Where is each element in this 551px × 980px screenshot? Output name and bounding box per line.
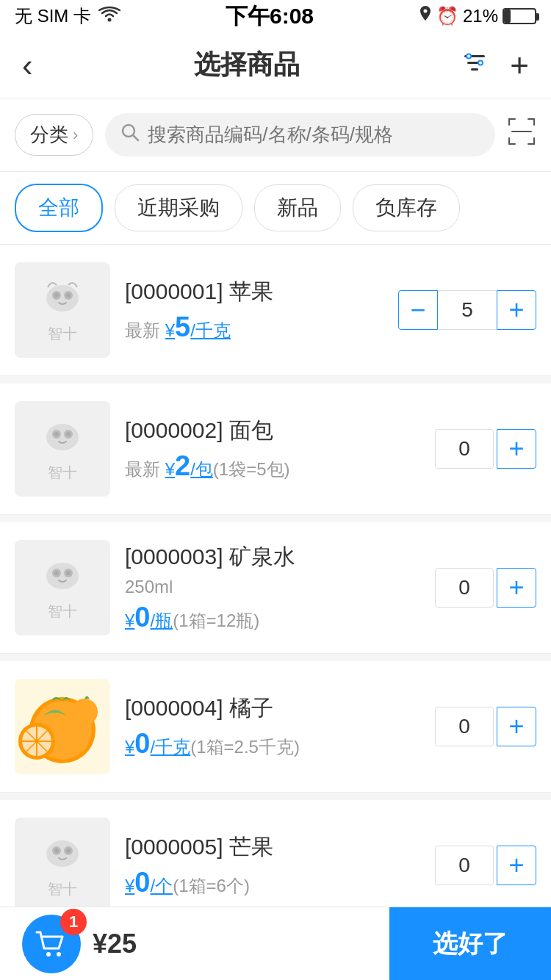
cart-area: 1 ¥25	[0, 915, 389, 973]
product-name: [0000003] 矿泉水	[125, 542, 420, 572]
svg-rect-16	[511, 131, 532, 132]
quantity-input[interactable]	[435, 707, 494, 746]
carrier-text: 无 SIM 卡	[15, 4, 91, 28]
page-title: 选择商品	[194, 47, 300, 83]
product-thumbnail	[15, 679, 110, 774]
owl-placeholder: 智十	[15, 262, 110, 358]
quantity-input[interactable]	[438, 290, 497, 330]
search-icon	[120, 122, 140, 148]
battery-icon	[503, 8, 536, 24]
svg-rect-15	[533, 137, 535, 145]
product-info: [0000001] 苹果 最新 ¥5/千克	[125, 277, 383, 343]
quantity-control: − +	[398, 290, 536, 330]
bottom-bar: 1 ¥25 选好了	[0, 907, 551, 980]
svg-point-25	[54, 432, 59, 436]
category-button[interactable]: 分类 ›	[15, 114, 93, 156]
quantity-increase-button[interactable]: +	[497, 568, 536, 608]
brand-label: 智十	[48, 324, 77, 344]
quantity-decrease-button[interactable]: −	[398, 290, 438, 330]
battery-percent: 21%	[463, 6, 498, 26]
product-name: [0000004] 橘子	[125, 693, 420, 724]
cart-total: ¥25	[93, 929, 137, 959]
nav-left[interactable]: ‹	[22, 47, 33, 84]
status-time: 下午6:08	[226, 1, 314, 32]
scan-icon[interactable]	[507, 117, 536, 153]
cart-icon-wrap[interactable]: 1	[22, 915, 81, 973]
tab-recent[interactable]: 近期采购	[115, 184, 242, 231]
owl-icon	[40, 832, 84, 876]
status-carrier: 无 SIM 卡	[15, 4, 120, 28]
product-name: [0000002] 面包	[125, 416, 420, 446]
fruit-image	[15, 679, 110, 774]
product-price: 最新 ¥5/千克	[125, 311, 383, 343]
svg-rect-13	[508, 137, 510, 145]
search-box[interactable]	[105, 113, 495, 156]
owl-placeholder: 智十	[15, 818, 110, 913]
product-name: [0000001] 苹果	[125, 277, 383, 307]
svg-point-17	[46, 285, 79, 311]
list-item: [0000004] 橘子 ¥0/千克(1箱=2.5千克) +	[0, 661, 551, 793]
svg-point-30	[54, 571, 59, 575]
alarm-icon: ⏰	[436, 6, 458, 26]
product-name: [0000005] 芒果	[125, 832, 420, 862]
confirm-button[interactable]: 选好了	[389, 907, 551, 980]
owl-icon	[40, 554, 84, 599]
add-button[interactable]: +	[510, 47, 529, 84]
owl-placeholder: 智十	[15, 401, 110, 497]
quantity-input[interactable]	[435, 846, 494, 885]
owl-icon	[40, 415, 84, 460]
confirm-label: 选好了	[433, 927, 508, 961]
search-input[interactable]	[148, 123, 480, 146]
nav-right[interactable]: +	[461, 47, 529, 84]
owl-placeholder: 智十	[15, 540, 110, 635]
location-icon	[419, 6, 432, 26]
quantity-increase-button[interactable]: +	[497, 290, 536, 330]
product-price: ¥0/个(1箱=6个)	[125, 867, 420, 898]
product-thumbnail: 智十	[15, 262, 110, 358]
svg-point-26	[66, 432, 71, 436]
quantity-increase-button[interactable]: +	[497, 707, 536, 746]
svg-point-52	[46, 952, 51, 956]
wifi-icon	[98, 6, 120, 26]
product-thumbnail: 智十	[15, 540, 110, 635]
status-right: ⏰ 21%	[419, 6, 536, 26]
quantity-input[interactable]	[435, 568, 494, 608]
brand-label: 智十	[48, 879, 77, 899]
svg-rect-3	[471, 68, 478, 71]
quantity-increase-button[interactable]: +	[497, 429, 536, 469]
svg-point-22	[46, 424, 79, 450]
product-info: [0000004] 橘子 ¥0/千克(1箱=2.5千克)	[125, 693, 420, 760]
quantity-input[interactable]	[435, 429, 494, 469]
svg-point-41	[46, 840, 79, 867]
product-price: ¥0/瓶(1箱=12瓶)	[125, 602, 420, 633]
svg-rect-9	[508, 118, 510, 126]
category-label: 分类	[30, 122, 68, 148]
svg-line-7	[134, 136, 139, 141]
product-info: [0000005] 芒果 ¥0/个(1箱=6个)	[125, 832, 420, 898]
brand-label: 智十	[48, 602, 77, 621]
product-list: 智十 [0000001] 苹果 最新 ¥5/千克 − +	[0, 245, 551, 980]
svg-point-40	[71, 699, 98, 725]
list-item: 智十 [0000001] 苹果 最新 ¥5/千克 − +	[0, 245, 551, 376]
tab-new[interactable]: 新品	[254, 184, 341, 231]
svg-point-4	[467, 54, 471, 59]
product-info: [0000003] 矿泉水 250ml ¥0/瓶(1箱=12瓶)	[125, 542, 420, 633]
back-button[interactable]: ‹	[22, 47, 33, 84]
product-thumbnail: 智十	[15, 401, 110, 497]
product-spec: 250ml	[125, 577, 420, 597]
svg-point-53	[57, 952, 61, 956]
quantity-control: +	[435, 429, 536, 469]
svg-point-45	[66, 849, 71, 853]
tab-negative-stock[interactable]: 负库存	[353, 184, 460, 231]
svg-point-5	[478, 61, 483, 65]
brand-label: 智十	[48, 463, 77, 483]
list-item: 智十 [0000002] 面包 最新 ¥2/包(1袋=5包) +	[0, 383, 551, 515]
cart-badge: 1	[60, 909, 87, 935]
filter-icon[interactable]	[461, 49, 488, 81]
tab-all[interactable]: 全部	[15, 184, 103, 232]
quantity-increase-button[interactable]: +	[497, 846, 536, 885]
quantity-control: +	[435, 707, 536, 746]
status-bar: 无 SIM 卡 下午6:08 ⏰ 21%	[0, 0, 551, 32]
svg-point-20	[54, 293, 59, 298]
svg-point-27	[46, 563, 79, 589]
